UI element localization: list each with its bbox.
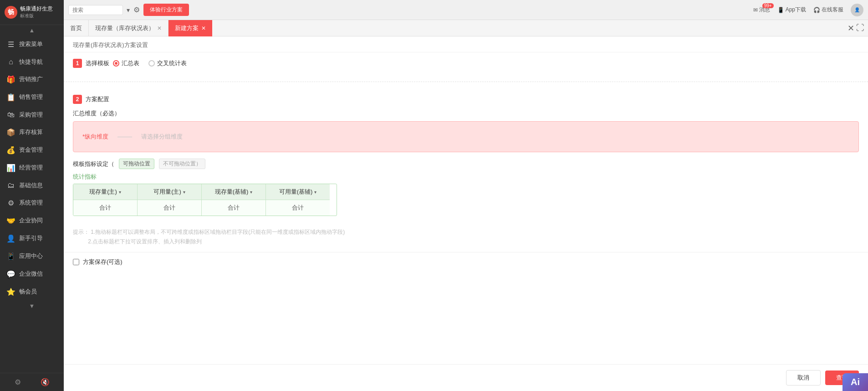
step1-num: 1 bbox=[73, 59, 82, 68]
stat-col-1: 现存量(主) ▾ 合计 bbox=[73, 184, 138, 216]
no-drag-badge: 不可拖动位置） bbox=[159, 159, 205, 169]
sidebar-item-member[interactable]: ⭐ 畅会员 bbox=[0, 283, 64, 301]
sidebar-item-purchase[interactable]: 🛍 采购管理 bbox=[0, 106, 64, 123]
sidebar-item-label: 应用中心 bbox=[19, 252, 43, 260]
step-divider bbox=[64, 82, 868, 82]
stat-table-header-row: 现存量(主) ▾ 合计 可用量(主) ▾ 合计 bbox=[73, 184, 337, 216]
sidebar-item-sys-mgmt[interactable]: ⚙ 系统管理 bbox=[0, 194, 64, 212]
marketing-icon: 🎁 bbox=[6, 75, 15, 84]
stat-col-3-header[interactable]: 现存量(基辅) ▾ bbox=[202, 184, 266, 200]
save-row: 方案保存(可选) bbox=[64, 252, 868, 272]
online-service-button[interactable]: 🎧 在线客服 bbox=[813, 6, 843, 14]
chevron-down-icon-2[interactable]: ▾ bbox=[183, 190, 185, 195]
sidebar-item-finance[interactable]: 💰 资金管理 bbox=[0, 141, 64, 159]
radio-summary-dot bbox=[113, 60, 119, 67]
vertical-dim-label: *纵向维度 bbox=[82, 133, 108, 141]
dropdown-arrow-icon[interactable]: ▾ bbox=[127, 6, 130, 14]
tab-expand-icon[interactable]: ⛶ bbox=[856, 23, 864, 33]
sidebar-item-marketing[interactable]: 🎁 营销推广 bbox=[0, 71, 64, 88]
tab-close-all-icon[interactable]: ✕ bbox=[848, 23, 854, 33]
sidebar-item-label: 企业微信 bbox=[19, 270, 43, 278]
stat-table: 现存量(主) ▾ 合计 可用量(主) ▾ 合计 bbox=[73, 184, 337, 216]
tip-line-2: 2.点击标题栏下拉可设置排序、插入列和删除列 bbox=[73, 238, 859, 246]
settings-icon[interactable]: ⚙ bbox=[15, 378, 21, 386]
sidebar-item-enterprise[interactable]: 🤝 企业协同 bbox=[0, 212, 64, 230]
sidebar-item-operations[interactable]: 📊 经营管理 bbox=[0, 159, 64, 177]
sidebar-bottom: ⚙ 🔇 bbox=[0, 373, 64, 391]
page-title: 现存量(库存状况表)方案设置 bbox=[64, 36, 868, 52]
sidebar-item-label: 畅会员 bbox=[19, 288, 37, 296]
topbar-gear-icon[interactable]: ⚙ bbox=[133, 5, 140, 14]
dimension-box[interactable]: *纵向维度 —— 请选择分组维度 bbox=[73, 121, 859, 152]
stat-col-2-label: 可用量(主) bbox=[153, 188, 181, 196]
sales-icon: 📋 bbox=[6, 93, 15, 102]
dim-dash: —— bbox=[117, 133, 132, 141]
trial-industry-button[interactable]: 体验行业方案 bbox=[143, 4, 189, 16]
sidebar-scroll-up[interactable]: ▲ bbox=[0, 25, 64, 36]
stat-col-3: 现存量(基辅) ▾ 合计 bbox=[202, 184, 266, 216]
step2-num: 2 bbox=[73, 95, 82, 104]
base-info-icon: 🗂 bbox=[6, 181, 15, 190]
sidebar-item-label: 系统管理 bbox=[19, 199, 43, 207]
sidebar-item-app-center[interactable]: 📱 应用中心 bbox=[0, 247, 64, 265]
mute-icon[interactable]: 🔇 bbox=[41, 378, 50, 386]
indicator-setting-row: 模板指标设定（ 可拖动位置 不可拖动位置） bbox=[73, 159, 859, 169]
sidebar-item-label: 基础信息 bbox=[19, 181, 43, 190]
enterprise-icon: 🤝 bbox=[6, 216, 15, 225]
chevron-down-icon-3[interactable]: ▾ bbox=[250, 190, 252, 195]
sidebar-item-label: 快捷导航 bbox=[19, 58, 43, 66]
stat-col-1-header[interactable]: 现存量(主) ▾ bbox=[73, 184, 137, 200]
tip-2-text: 2.点击标题栏下拉可设置排序、插入列和删除列 bbox=[88, 238, 202, 245]
draggable-badge: 可拖动位置 bbox=[119, 159, 154, 169]
sidebar-item-wechat[interactable]: 💬 企业微信 bbox=[0, 265, 64, 283]
cancel-button[interactable]: 取消 bbox=[786, 370, 821, 386]
sidebar-item-sales[interactable]: 📋 销售管理 bbox=[0, 88, 64, 106]
tab-inventory-status[interactable]: 现存量（库存状况表） ✕ bbox=[89, 20, 168, 36]
radio-summary[interactable]: 汇总表 bbox=[113, 59, 139, 67]
app-center-icon: 📱 bbox=[6, 252, 15, 261]
radio-summary-label: 汇总表 bbox=[122, 59, 139, 67]
radio-cross[interactable]: 交叉统计表 bbox=[148, 59, 187, 67]
tab-inventory-label: 现存量（库存状况表） bbox=[95, 24, 154, 32]
stat-col-2-header[interactable]: 可用量(主) ▾ bbox=[138, 184, 201, 200]
app-download-button[interactable]: 📱 App下载 bbox=[777, 6, 806, 14]
radio-cross-dot bbox=[148, 60, 155, 67]
search-menu-icon: ☰ bbox=[6, 40, 15, 49]
quick-nav-icon: ⌂ bbox=[6, 58, 15, 66]
sidebar-scroll-down[interactable]: ▼ bbox=[0, 301, 64, 311]
topbar-search-input[interactable] bbox=[68, 5, 123, 15]
tab-home[interactable]: 首页 bbox=[64, 20, 89, 36]
stat-col-4-body: 合计 bbox=[266, 200, 330, 216]
tab-new-plan-label: 新建方案 bbox=[175, 24, 199, 32]
app-name: 畅康通好生意 bbox=[20, 5, 53, 13]
chevron-down-icon-4[interactable]: ▾ bbox=[314, 190, 317, 195]
sidebar-item-quick-nav[interactable]: ⌂ 快捷导航 bbox=[0, 53, 64, 71]
tab-inventory-close-icon[interactable]: ✕ bbox=[157, 25, 162, 31]
tab-new-plan-close-icon[interactable]: ✕ bbox=[201, 25, 206, 31]
stat-title: 统计指标 bbox=[73, 173, 859, 181]
step1-title: 选择模板 bbox=[86, 59, 109, 67]
indicator-setting-label: 模板指标设定（ bbox=[73, 160, 114, 168]
save-label: 方案保存(可选) bbox=[83, 258, 123, 266]
avatar[interactable]: 👤 bbox=[851, 4, 863, 16]
template-radio-group: 汇总表 交叉统计表 bbox=[113, 59, 187, 67]
sidebar-item-label: 经营管理 bbox=[19, 164, 43, 172]
ai-badge[interactable]: Ai bbox=[842, 373, 868, 391]
topbar: ▾ ⚙ 体验行业方案 ✉ 消息 99+ 📱 App下载 🎧 在线客服 👤 bbox=[64, 0, 868, 20]
stat-col-1-label: 现存量(主) bbox=[89, 188, 117, 196]
sidebar-item-label: 库存核算 bbox=[19, 128, 43, 136]
chevron-down-icon-1[interactable]: ▾ bbox=[119, 190, 121, 195]
tabs-actions: ✕ ⛶ bbox=[848, 23, 868, 33]
tab-home-label: 首页 bbox=[70, 24, 82, 32]
stat-col-4-header[interactable]: 可用量(基辅) ▾ bbox=[266, 184, 330, 200]
sidebar-item-label: 采购管理 bbox=[19, 111, 43, 119]
sidebar-item-base-info[interactable]: 🗂 基础信息 bbox=[0, 177, 64, 194]
stat-section: 统计指标 现存量(主) ▾ 合计 bbox=[73, 173, 859, 217]
sidebar-item-new-guide[interactable]: 👤 新手引导 bbox=[0, 230, 64, 247]
message-button[interactable]: ✉ 消息 99+ bbox=[753, 6, 770, 14]
sidebar-item-inventory[interactable]: 📦 库存核算 bbox=[0, 123, 64, 141]
save-checkbox[interactable] bbox=[73, 259, 79, 265]
tab-new-plan[interactable]: 新建方案 ✕ bbox=[168, 20, 212, 36]
stat-col-3-body: 合计 bbox=[202, 200, 266, 216]
sidebar-item-search-menu[interactable]: ☰ 搜索菜单 bbox=[0, 36, 64, 53]
